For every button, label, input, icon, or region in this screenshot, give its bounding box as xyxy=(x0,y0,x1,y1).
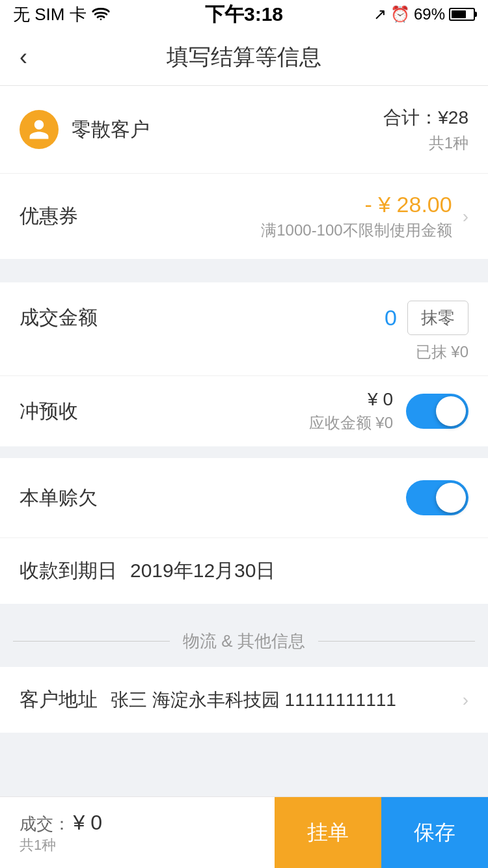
debt-label: 本单赊欠 xyxy=(20,485,98,511)
toggle-knob xyxy=(436,396,466,426)
logistics-label: 物流 & 其他信息 xyxy=(183,630,305,653)
content-area: 零散客户 合计：¥28 共1种 优惠券 - ¥ 28.00 满1000-100不… xyxy=(0,86,488,811)
total-count: 共1种 xyxy=(383,133,468,154)
logistics-section-header: 物流 & 其他信息 xyxy=(0,616,488,667)
bottom-count: 共1种 xyxy=(20,835,255,855)
customer-row: 零散客户 合计：¥28 共1种 xyxy=(0,86,488,173)
transaction-row: 成交金额 0 抹零 xyxy=(0,282,488,342)
prepay-amounts: ¥ 0 应收金额 ¥0 xyxy=(309,389,393,433)
coupon-subtext: 满1000-100不限制使用金额 xyxy=(261,220,452,241)
debt-row: 本单赊欠 xyxy=(0,458,488,538)
round-button[interactable]: 抹零 xyxy=(407,301,468,335)
customer-avatar xyxy=(20,110,59,149)
debt-toggle[interactable] xyxy=(406,480,468,515)
transaction-value[interactable]: 0 xyxy=(385,305,397,331)
nav-bar: ‹ 填写结算等信息 xyxy=(0,29,488,86)
bottom-actions: 挂单 保存 xyxy=(275,797,488,868)
status-bar: 无 SIM 卡 下午3:18 ↗ ⏰ 69% xyxy=(0,0,488,29)
address-value: 张三 海淀永丰科技园 11111111111 xyxy=(111,688,463,712)
debt-card: 本单赊欠 收款到期日 2019年12月30日 xyxy=(0,458,488,604)
address-chevron-icon: › xyxy=(463,690,468,711)
coupon-right: - ¥ 28.00 满1000-100不限制使用金额 › xyxy=(261,192,468,241)
status-time: 下午3:18 xyxy=(205,1,283,28)
transaction-card: 成交金额 0 抹零 已抹 ¥0 冲预收 ¥ 0 应收金额 ¥0 xyxy=(0,282,488,446)
customer-total: 合计：¥28 共1种 xyxy=(383,105,468,154)
carrier-text: 无 SIM 卡 xyxy=(13,3,87,26)
save-button[interactable]: 保存 xyxy=(381,797,488,868)
bottom-label: 成交： xyxy=(20,814,70,834)
prepay-right: ¥ 0 应收金额 ¥0 xyxy=(309,389,468,433)
bottom-amount: ¥ 0 xyxy=(73,811,102,834)
bottom-summary: 成交： ¥ 0 xyxy=(20,811,255,835)
transaction-subtext: 已抹 ¥0 xyxy=(0,342,488,375)
divider-line-left xyxy=(13,641,170,642)
svg-point-0 xyxy=(100,18,102,20)
coupon-value: - ¥ 28.00 xyxy=(261,192,452,217)
customer-left: 零散客户 xyxy=(20,110,150,149)
section-divider-1 xyxy=(0,271,488,282)
coupon-chevron-icon: › xyxy=(463,206,468,227)
coupon-label: 优惠券 xyxy=(20,203,78,230)
bottom-bar: 成交： ¥ 0 共1种 挂单 保存 xyxy=(0,796,488,868)
prepay-toggle[interactable] xyxy=(406,394,468,429)
bottom-info: 成交： ¥ 0 共1种 xyxy=(0,811,275,855)
transaction-label: 成交金额 xyxy=(20,305,98,331)
back-button[interactable]: ‹ xyxy=(20,44,27,71)
user-icon xyxy=(27,118,51,141)
coupon-value-col: - ¥ 28.00 满1000-100不限制使用金额 xyxy=(261,192,452,241)
address-row[interactable]: 客户地址 张三 海淀永丰科技园 11111111111 › xyxy=(0,667,488,733)
due-date-label: 收款到期日 xyxy=(20,558,117,584)
prepay-sub-amount: 应收金额 ¥0 xyxy=(309,413,393,433)
prepay-row: 冲预收 ¥ 0 应收金额 ¥0 xyxy=(0,375,488,446)
coupon-row[interactable]: 优惠券 - ¥ 28.00 满1000-100不限制使用金额 › xyxy=(0,173,488,259)
customer-card: 零散客户 合计：¥28 共1种 优惠券 - ¥ 28.00 满1000-100不… xyxy=(0,86,488,259)
due-date-row[interactable]: 收款到期日 2019年12月30日 xyxy=(0,538,488,604)
customer-name: 零散客户 xyxy=(72,116,150,143)
prepay-label: 冲预收 xyxy=(20,398,78,425)
location-icon: ↗ xyxy=(373,5,386,23)
debt-toggle-knob xyxy=(436,483,466,513)
status-right: ↗ ⏰ 69% xyxy=(373,5,475,23)
battery-icon xyxy=(449,8,475,21)
total-amount: 合计：¥28 xyxy=(383,105,468,130)
address-label: 客户地址 xyxy=(20,686,98,713)
wifi-icon xyxy=(92,5,110,25)
section-divider-2 xyxy=(0,446,488,458)
transaction-input-area: 0 抹零 xyxy=(385,301,468,335)
prepay-main-amount: ¥ 0 xyxy=(309,389,393,410)
divider-line-right xyxy=(318,641,475,642)
page-title: 填写结算等信息 xyxy=(167,42,321,72)
due-date-value: 2019年12月30日 xyxy=(130,558,275,584)
status-left: 无 SIM 卡 xyxy=(13,3,110,26)
battery-percent: 69% xyxy=(414,5,445,23)
alarm-icon: ⏰ xyxy=(390,5,410,23)
hold-button[interactable]: 挂单 xyxy=(275,797,381,868)
